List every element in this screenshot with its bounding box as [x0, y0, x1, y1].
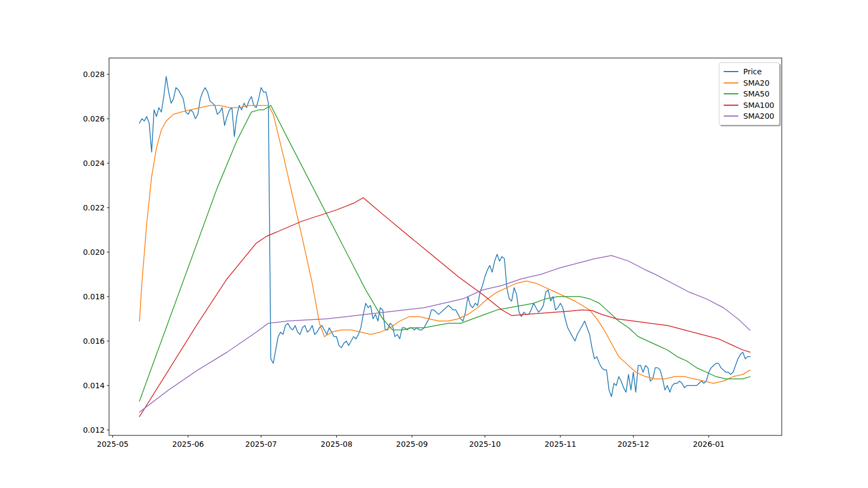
legend-item-price: Price — [724, 66, 775, 78]
legend-label: SMA200 — [743, 112, 774, 120]
legend-item-sma100: SMA100 — [724, 100, 775, 111]
x-tick-label: 2026-01 — [693, 440, 725, 448]
sma100-line-swatch — [724, 105, 738, 106]
legend-item-sma50: SMA50 — [724, 88, 775, 100]
legend-label: SMA50 — [743, 90, 769, 98]
legend-item-sma200: SMA200 — [724, 111, 775, 122]
x-tick-label: 2025-12 — [617, 440, 649, 448]
legend-item-sma20: SMA20 — [724, 78, 775, 89]
plot-area — [109, 58, 782, 435]
sma50-line-swatch — [724, 93, 738, 94]
x-tick-label: 2025-05 — [97, 440, 129, 448]
y-tick-label: 0.022 — [83, 203, 105, 212]
x-axis-ticks: 2025-052025-062025-072025-082025-092025-… — [97, 435, 724, 448]
legend-label: SMA100 — [743, 101, 774, 109]
x-tick-label: 2025-11 — [545, 440, 577, 448]
legend: Price SMA20 SMA50 SMA100 SMA200 — [719, 62, 780, 125]
y-tick-label: 0.014 — [83, 381, 105, 390]
legend-label: Price — [743, 68, 762, 75]
y-tick-label: 0.026 — [83, 114, 105, 123]
sma20-line-swatch — [724, 82, 738, 84]
y-tick-label: 0.016 — [83, 337, 105, 345]
x-tick-label: 2025-08 — [321, 440, 353, 448]
x-tick-label: 2025-10 — [469, 440, 501, 448]
legend-label: SMA20 — [743, 79, 769, 87]
y-tick-label: 0.024 — [83, 159, 105, 168]
x-tick-label: 2025-06 — [173, 440, 205, 448]
x-tick-label: 2025-09 — [396, 440, 428, 448]
y-tick-label: 0.020 — [83, 248, 105, 256]
x-tick-label: 2025-07 — [245, 440, 277, 448]
price-line-swatch — [724, 71, 738, 72]
y-tick-label: 0.028 — [83, 70, 105, 79]
y-axis-ticks: 0.0120.0140.0160.0180.0200.0220.0240.026… — [83, 70, 109, 434]
y-tick-label: 0.018 — [83, 292, 105, 301]
sma200-line-swatch — [724, 115, 738, 117]
figure: 2025-052025-062025-072025-082025-092025-… — [0, 0, 868, 488]
y-tick-label: 0.012 — [83, 426, 105, 434]
